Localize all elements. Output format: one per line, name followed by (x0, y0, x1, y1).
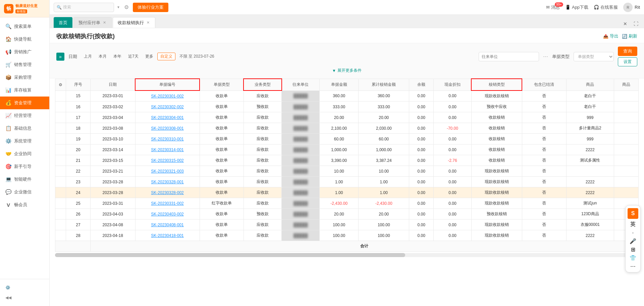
single-no-link[interactable]: SK-20230403-002 (151, 212, 183, 217)
filter-expand-btn[interactable]: » (56, 53, 64, 61)
th-settings[interactable]: ⚙ (55, 79, 66, 90)
table-cell[interactable]: SK-20230315-002 (135, 155, 200, 166)
receipt-type-select[interactable]: 单据类型 (574, 52, 614, 61)
table-cell[interactable]: SK-20230302-002 (135, 102, 200, 112)
tab-expand-btn[interactable]: ⛶ (632, 20, 640, 28)
horizontal-scrollbar[interactable] (55, 253, 639, 257)
float-dot-btn[interactable]: · (632, 230, 634, 236)
sidebar-item-label: 企业微信 (14, 189, 32, 195)
table-cell[interactable]: SK-20230314-001 (135, 144, 200, 155)
single-no-link[interactable]: SK-20230310-001 (151, 137, 183, 141)
float-dots-btn[interactable]: ⋯ (630, 263, 636, 269)
industry-btn[interactable]: 体验行业方案 (133, 3, 168, 12)
single-no-link[interactable]: SK-20230308-001 (151, 126, 183, 131)
single-no-link[interactable]: SK-20230408-001 (151, 223, 183, 227)
table-cell: 现款收款核销 (471, 177, 522, 187)
sidebar-item-hardware[interactable]: 💻 智能硬件 (0, 173, 49, 186)
export-btn[interactable]: 📤 导出 (603, 33, 619, 39)
query-btn[interactable]: 查询 (618, 47, 637, 56)
app-download-btn[interactable]: 📱 App下载 (565, 4, 588, 10)
table-cell: 0.00 (409, 230, 434, 241)
sidebar-item-guide[interactable]: 🎯 新手引导 (0, 160, 49, 173)
table-cell (55, 198, 66, 209)
date-more[interactable]: 更多 (143, 53, 156, 60)
setting-btn[interactable]: 设置 (618, 57, 637, 66)
tab-receipts-close[interactable]: ✕ (146, 20, 150, 25)
date-7days[interactable]: 近7天 (125, 53, 141, 60)
refresh-btn[interactable]: 🔄 刷新 (622, 33, 637, 39)
single-no-link[interactable]: SK-20230331-002 (151, 201, 183, 206)
table-cell[interactable]: SK-20230321-003 (135, 166, 200, 177)
table-cell[interactable]: SK-20230331-002 (135, 198, 200, 209)
logo-icon: 畅 (4, 4, 13, 13)
date-custom-btn[interactable]: 自定义 (157, 53, 175, 60)
sidebar-item-finance[interactable]: 💰 资金管理 (0, 97, 49, 109)
table-cell: 10.00 (359, 166, 409, 177)
table-cell: 2222 (566, 230, 614, 241)
sidebar-item-basic[interactable]: 📋 基础信息 (0, 122, 49, 135)
tab-prepay[interactable]: 预付应付单 ✕ (73, 17, 112, 28)
table-cell: 0.00 (409, 155, 434, 166)
tab-prepay-close[interactable]: ✕ (102, 20, 107, 25)
sidebar-item-wechat[interactable]: 💬 企业微信 (0, 186, 49, 198)
table-cell: 收款单 (200, 123, 244, 134)
float-shirt-btn[interactable]: 👕 (630, 255, 636, 261)
table-cell[interactable]: SK-20230308-001 (135, 123, 200, 134)
table-cell[interactable]: SK-20230408-001 (135, 220, 200, 230)
table-cell: 999 (566, 134, 614, 144)
table-cell[interactable]: SK-20230403-002 (135, 209, 200, 220)
tab-close-btn[interactable]: ✕ (621, 20, 629, 28)
single-no-link[interactable]: SK-20230328-001 (151, 180, 183, 184)
single-no-link[interactable]: SK-20230321-003 (151, 169, 183, 174)
topbar-gear[interactable]: ⚙ (123, 3, 130, 12)
float-chinese-btn[interactable]: 英 (630, 221, 636, 228)
date-this-year[interactable]: 本年 (111, 53, 124, 60)
scrollbar-thumb[interactable] (55, 253, 405, 257)
tab-receipts[interactable]: 收款核销执行 ✕ (113, 17, 155, 28)
table-cell: 0.00 (409, 177, 434, 187)
single-no-link[interactable]: SK-20230304-001 (151, 115, 183, 120)
single-no-link[interactable]: SK-20230314-001 (151, 147, 183, 152)
table-cell: 10.00 (320, 166, 359, 177)
topbar-arrow[interactable]: ▼ (117, 5, 120, 9)
table-cell[interactable]: SK-20230301-002 (135, 90, 200, 102)
expand-more-row[interactable]: ▼ 展开更多条件 (56, 66, 637, 75)
export-icon: 📤 (603, 34, 608, 39)
table-cell[interactable]: SK-20230304-001 (135, 112, 200, 123)
table-cell: 0.00 (434, 187, 472, 198)
partner-input[interactable] (479, 52, 539, 61)
message-btn[interactable]: ✉ 消息 99+ (546, 4, 560, 10)
table-cell: 收款单 (200, 102, 244, 112)
tab-home[interactable]: 首页 (54, 17, 72, 28)
date-last-month[interactable]: 上月 (81, 53, 95, 60)
sidebar-item-operations[interactable]: 📈 经营管理 (0, 109, 49, 122)
table-cell[interactable]: SK-20230418-001 (135, 230, 200, 241)
single-no-link[interactable]: SK-20230301-002 (151, 94, 183, 99)
sidebar-item-purchase[interactable]: 📦 采购管理 (0, 71, 49, 84)
sidebar-settings-btn[interactable]: ⚙️ (0, 283, 49, 293)
member-icon: V (5, 202, 11, 208)
float-mic-btn[interactable]: 🎤 (630, 238, 636, 244)
table-cell[interactable]: SK-20230310-001 (135, 134, 200, 144)
topbar-search[interactable]: 🔍 搜索 (54, 3, 114, 12)
sidebar-collapse-btn[interactable]: ◀◀ (0, 293, 49, 303)
single-no-link[interactable]: SK-20230418-001 (151, 233, 183, 238)
table-cell[interactable]: SK-20230328-001 (135, 177, 200, 187)
table-cell (614, 155, 638, 166)
single-no-link[interactable]: SK-20230328-002 (151, 190, 183, 195)
table-cell[interactable]: SK-20230328-002 (135, 187, 200, 198)
sidebar-item-search[interactable]: 🔍 搜索菜单 (0, 20, 49, 33)
basic-icon: 📋 (5, 125, 11, 131)
sidebar-item-quicknav[interactable]: 🏠 快捷导航 (0, 33, 49, 46)
single-no-link[interactable]: SK-20230302-002 (151, 105, 183, 109)
float-grid-btn[interactable]: ⊞ (631, 246, 635, 253)
single-no-link[interactable]: SK-20230315-002 (151, 158, 183, 163)
sidebar-item-inventory[interactable]: 📊 库存核算 (0, 84, 49, 97)
date-this-month[interactable]: 本月 (96, 53, 109, 60)
sidebar-item-sales[interactable]: 🛒 销售管理 (0, 58, 49, 71)
online-service-btn[interactable]: 🎧 在线客服 (594, 4, 618, 10)
sidebar-item-member[interactable]: V 畅会员 (0, 198, 49, 211)
sidebar-item-corp[interactable]: 🤝 企业协同 (0, 147, 49, 160)
sidebar-item-marketing[interactable]: 📢 营销推广 (0, 46, 49, 58)
sidebar-item-system[interactable]: ⚙️ 系统管理 (0, 135, 49, 147)
